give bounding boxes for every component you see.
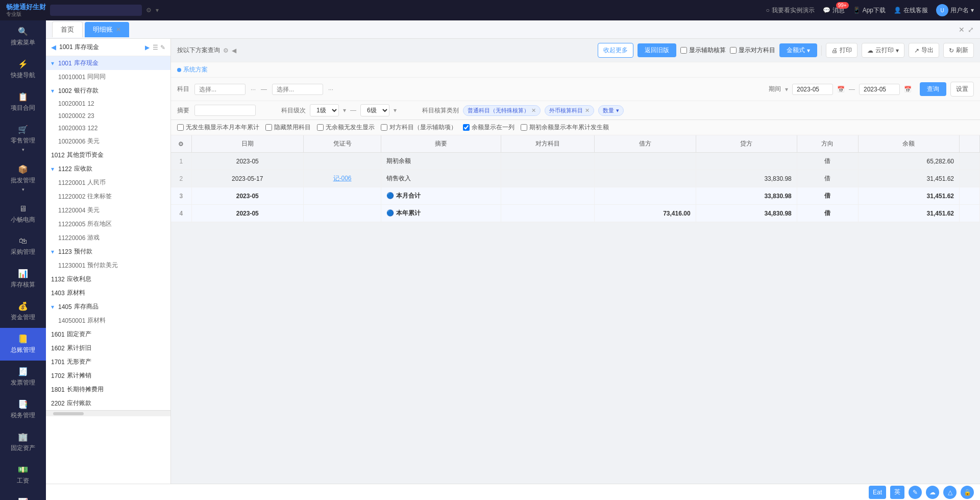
tree-node-10020001[interactable]: 10020001 12 [46, 98, 170, 110]
tree-node-1602[interactable]: 1602 累计折旧 [46, 341, 170, 355]
check-hide-disabled[interactable]: 隐藏禁用科目 [265, 123, 311, 132]
sidebar-item-inventory[interactable]: 📊 库存核算 [0, 263, 46, 295]
tree-node-10020006[interactable]: 10020006 美元 [46, 134, 170, 148]
subject-input-end[interactable] [272, 84, 323, 95]
sidebar-item-tax[interactable]: 📑 税务管理 [0, 393, 46, 426]
tree-edit-icon[interactable]: ✎ [160, 44, 165, 51]
tab-bar-close-btn[interactable]: ✕ [959, 26, 965, 34]
tree-node-1012[interactable]: 1012 其他货币资金 [46, 148, 170, 162]
online-service-action[interactable]: 👤 在线客服 [894, 6, 928, 15]
tree-node-1001[interactable]: ▾ 1001 库存现金 [46, 56, 170, 70]
toggle-1002[interactable]: ▾ [51, 87, 54, 94]
export-btn[interactable]: ↗ 导出 [909, 43, 939, 58]
type-tag1[interactable]: 普通科目（无特殊核算） ✕ [463, 105, 541, 116]
app-download-action[interactable]: 📱 App下载 [853, 6, 886, 15]
sidebar-item-ledger[interactable]: 📒 总账管理 [0, 328, 46, 361]
check-period-begin-input[interactable] [521, 124, 527, 131]
check-show-balance-col[interactable]: 余额显示在一列 [463, 123, 514, 132]
level-to-select[interactable]: 6级 [360, 104, 389, 116]
tree-node-11220005[interactable]: 11220005 所在地区 [46, 217, 170, 231]
collapse-more-btn[interactable]: 收起更多 [598, 43, 633, 58]
toggle-1122[interactable]: ▾ [51, 165, 54, 173]
toggle-1123[interactable]: ▾ [51, 248, 54, 255]
cloud-btn[interactable]: ☁ [926, 486, 939, 499]
level-from-select[interactable]: 1级 [310, 104, 339, 116]
toggle-1405[interactable]: ▾ [51, 303, 54, 311]
filter-left-icon[interactable]: ◀ [232, 47, 236, 54]
sidebar-item-finance[interactable]: 💰 资金管理 [0, 295, 46, 328]
period-cal-icon2[interactable]: 📅 [904, 86, 912, 93]
message-action[interactable]: 💬 消息 99+ [823, 6, 845, 15]
tab-detail-ledger[interactable]: 明细账 ✕ [85, 22, 129, 37]
tree-node-1701[interactable]: 1701 无形资产 [46, 355, 170, 369]
tree-scrollbar-h[interactable] [46, 410, 170, 416]
cell-voucher-2[interactable]: 记-006 [304, 170, 381, 187]
check-no-balance2[interactable]: 无余额无发生显示 [317, 123, 375, 132]
filter-gear-icon[interactable]: ⚙ [223, 47, 229, 54]
tag2-close[interactable]: ✕ [585, 107, 590, 114]
check-show-balance-col-input[interactable] [463, 124, 470, 131]
print-btn[interactable]: 🖨 打印 [826, 43, 857, 58]
tree-node-1132[interactable]: 1132 应收利息 [46, 272, 170, 286]
tree-node-11220002[interactable]: 11220002 往来标签 [46, 189, 170, 203]
subject-input-start[interactable] [194, 84, 246, 95]
sidebar-item-wholesale[interactable]: 📦 批发管理 ▾ [0, 158, 46, 198]
sidebar-item-retail[interactable]: 🛒 零售管理 ▾ [0, 118, 46, 158]
user-area[interactable]: U 用户名 ▾ [936, 4, 974, 16]
sidebar-item-salary[interactable]: 💵 工资 [0, 459, 46, 491]
tag1-close[interactable]: ✕ [531, 107, 536, 114]
tree-node-1122[interactable]: ▾ 1122 应收款 [46, 162, 170, 176]
back-old-btn[interactable]: 返回旧版 [638, 43, 676, 57]
tab-home[interactable]: 首页 [52, 21, 83, 37]
top-search-input[interactable] [50, 5, 142, 16]
tab-bar-expand-btn[interactable]: ⤢ [968, 26, 974, 34]
sidebar-item-invoice[interactable]: 🧾 发票管理 [0, 361, 46, 393]
check-no-balance-input[interactable] [177, 124, 184, 131]
system-scheme-btn[interactable]: 系统方案 [177, 65, 208, 74]
tree-list-icon[interactable]: ☰ [153, 44, 158, 51]
type-tag2[interactable]: 外币核算科目 ✕ [545, 105, 594, 116]
summary-input[interactable] [194, 105, 256, 116]
tree-node-2202[interactable]: 2202 应付账款 [46, 396, 170, 410]
warning-btn[interactable]: △ [943, 486, 957, 499]
show-aux-checkbox[interactable] [680, 47, 687, 54]
tree-node-1002[interactable]: ▾ 1002 银行存款 [46, 84, 170, 98]
sidebar-item-assets[interactable]: 🏢 固定资产 [0, 426, 46, 459]
refresh-btn[interactable]: ↻ 刷新 [943, 43, 974, 58]
tree-node-1405[interactable]: ▾ 1405 库存商品 [46, 300, 170, 314]
tree-node-1403[interactable]: 1403 原材料 [46, 286, 170, 300]
check-show-opposite[interactable]: 对方科目（显示辅助项） [381, 123, 457, 132]
account-nav-left[interactable]: ◀ [51, 43, 56, 51]
demo-link[interactable]: ○ 我要看实例演示 [766, 6, 814, 15]
settings-btn[interactable]: 设置 [950, 82, 974, 97]
check-show-opposite-input[interactable] [381, 124, 387, 131]
tree-node-10010001[interactable]: 10010001 同同同 [46, 70, 170, 84]
edit-icon-btn[interactable]: ✎ [909, 486, 922, 499]
voucher-link-2[interactable]: 记-006 [333, 175, 352, 182]
tree-node-1702[interactable]: 1702 累计摊销 [46, 369, 170, 383]
tree-node-10020002[interactable]: 10020002 23 [46, 110, 170, 122]
show-opposite-checkbox[interactable] [730, 47, 737, 54]
type-tag3[interactable]: 数量 ▾ [598, 105, 624, 116]
tab-close-icon[interactable]: ✕ [116, 26, 121, 33]
tree-node-11220006[interactable]: 11220006 游戏 [46, 231, 170, 245]
col-settings[interactable]: ⚙ [171, 135, 191, 153]
tree-node-14050001[interactable]: 14050001 原材料 [46, 314, 170, 327]
tree-node-1801[interactable]: 1801 长期待摊费用 [46, 383, 170, 396]
account-nav-right[interactable]: ▶ [145, 44, 150, 51]
check-period-begin[interactable]: 期初余额显示本年累计发生额 [521, 123, 609, 132]
sidebar-item-project[interactable]: 📋 项目合同 [0, 86, 46, 118]
sidebar-item-purchase[interactable]: 🛍 采购管理 [0, 230, 46, 263]
period-dropdown-icon[interactable]: ▾ [785, 86, 788, 93]
tree-node-11230001[interactable]: 11230001 预付款美元 [46, 258, 170, 272]
check-hide-disabled-input[interactable] [265, 124, 272, 131]
toggle-1001[interactable]: ▾ [51, 60, 54, 67]
sidebar-item-search[interactable]: 🔍 搜索菜单 [0, 20, 46, 53]
lock-btn[interactable]: 🔒 [961, 486, 974, 499]
tree-node-11220004[interactable]: 11220004 美元 [46, 203, 170, 217]
sidebar-item-mgmt[interactable]: 📈 经营管理 [0, 491, 46, 500]
lang-btn[interactable]: 英 [890, 486, 904, 499]
col-settings-icon[interactable]: ⚙ [178, 140, 184, 148]
sidebar-item-ecommerce[interactable]: 🖥 小畅电商 [0, 198, 46, 230]
settings-gear[interactable]: ⚙ [146, 7, 152, 14]
